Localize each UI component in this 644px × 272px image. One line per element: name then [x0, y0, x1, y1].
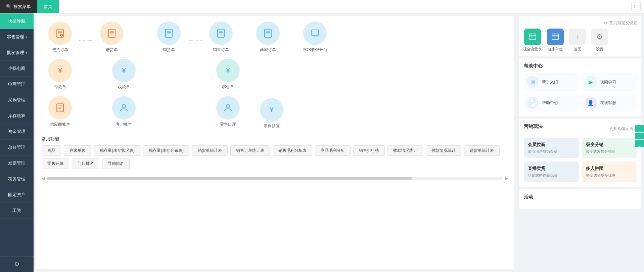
func-btn-goods-profit[interactable]: 商品毛利分析 — [315, 145, 351, 156]
sidebar-item-label: 税务管理 — [8, 176, 26, 182]
func-btn-store-rank[interactable]: 门店排名 — [72, 158, 99, 169]
sidebar-item-assets[interactable]: 固定资产 — [0, 187, 34, 203]
right-panel: ⚙ 首页自定义设置 现金流量表 往来单位 — [516, 13, 644, 272]
float-btn-hotline[interactable]: 客服热线 — [635, 125, 644, 132]
flow-node-sales-order[interactable]: 销售订单 — [202, 21, 239, 53]
svg-rect-11 — [166, 29, 172, 37]
sidebar-item-ecommerce[interactable]: 电商管理 — [0, 77, 34, 92]
service-icon: 👤 — [585, 97, 597, 109]
gear-icon: ⚙ — [14, 261, 19, 268]
payment-icon: ¥ — [48, 59, 72, 82]
sidebar-item-label: 采购管理 — [8, 97, 26, 103]
marketing-item-live[interactable]: 直播卖货 场景式购物新玩法 — [524, 162, 579, 182]
scroll-right-arrow[interactable]: ▶ — [505, 176, 508, 181]
flow-node-sales-slip[interactable]: 销货单 — [150, 21, 187, 53]
purchase-slip-label: 进货单 — [106, 47, 118, 53]
sidebar-item-wholesale[interactable]: 批发管理 ▾ — [0, 45, 34, 61]
flow-node-retail-out[interactable]: 零售出库 — [210, 96, 246, 127]
quick-icon-partners[interactable]: 往来单位 — [547, 29, 564, 52]
flow-node-pos[interactable]: POS收银开台 — [296, 21, 333, 53]
supplier-book-label: 供应商账本 — [50, 122, 70, 127]
help-item-beginner[interactable]: ✉ 新手入门 — [524, 73, 579, 91]
partners-label: 往来单位 — [548, 47, 563, 52]
sidebar-item-retail[interactable]: 零售管理 ▾ — [0, 29, 34, 45]
home-tab[interactable]: 首页 — [37, 0, 59, 13]
marketing-item-fission[interactable]: 裂变分销 裂变式发展分销商 — [582, 138, 637, 158]
flow-node-payment[interactable]: ¥ 付款单 — [42, 59, 79, 90]
sales-slip-icon — [157, 21, 181, 45]
retail-settle-icon: ¥ — [260, 98, 283, 122]
svg-rect-7 — [108, 29, 115, 37]
func-btn-purchase-stat[interactable]: 进货单统计表 — [464, 145, 500, 156]
customize-link[interactable]: ⚙ 首页自定义设置 — [604, 20, 637, 26]
horizontal-scrollbar: ◀ ▶ — [42, 176, 508, 181]
help-item-video[interactable]: ▶ 视频学习 — [582, 73, 637, 91]
help-item-help[interactable]: 📄 帮助中心 — [524, 94, 579, 111]
marketing-item-group[interactable]: 多人拼团 拼团购物享受优惠 — [582, 162, 637, 182]
flow-node-purchase-slip[interactable]: 进货单 — [93, 21, 130, 53]
func-btn-stock-dist[interactable]: 现存量(库存分布表) — [143, 145, 189, 156]
marketing-section: 营销玩法 更多营销玩法 > 会员拉新 吸引用户成为会员 裂变分销 裂变式发展分销… — [519, 119, 641, 187]
flow-node-purchase-order[interactable]: 进货订单 — [42, 21, 79, 53]
marketing-item-member[interactable]: 会员拉新 吸引用户成为会员 — [524, 138, 579, 158]
scroll-left-arrow[interactable]: ◀ — [42, 176, 45, 181]
sidebar-settings-btn[interactable]: ⚙ — [0, 256, 34, 272]
svg-rect-26 — [57, 104, 63, 112]
fullscreen-button[interactable]: ⛶ — [631, 2, 641, 11]
flow-node-receipt[interactable]: ¥ 收款单 — [105, 59, 142, 90]
search-menu-btn[interactable]: 🔍 搜索菜单 — [0, 0, 37, 13]
sidebar-item-quick-nav[interactable]: 快捷导航 — [0, 13, 34, 29]
none-icon-box: + — [569, 29, 586, 45]
common-functions-title: 常用功能 — [42, 136, 508, 142]
func-btn-receipt-stat[interactable]: 收款情况统计 — [387, 145, 423, 156]
sidebar-item-label: 固定资产 — [8, 192, 26, 198]
sidebar-item-tax[interactable]: 税务管理 — [0, 171, 34, 187]
sidebar-item-ledger[interactable]: 总账管理 — [0, 140, 34, 155]
quick-icons-section: ⚙ 首页自定义设置 现金流量表 往来单位 — [519, 16, 641, 56]
quick-icon-cashflow[interactable]: 现金流量表 — [523, 29, 542, 52]
func-btn-retail-order[interactable]: 零售开单 — [42, 158, 69, 169]
search-menu-label: 搜索菜单 — [13, 4, 31, 10]
scroll-track[interactable] — [47, 177, 503, 180]
flow-node-supplier-book[interactable]: 供应商账本 — [42, 96, 79, 127]
search-icon: 🔍 — [6, 4, 11, 9]
quick-icons-row: 现金流量表 往来单位 + 暂无 — [523, 29, 637, 52]
beginner-label: 新手入门 — [542, 79, 558, 85]
live-desc: 场景式购物新玩法 — [528, 173, 574, 178]
sidebar-item-label: 库存核算 — [8, 113, 26, 119]
sidebar-item-invoice[interactable]: 发票管理 — [0, 155, 34, 171]
func-btn-sales-rank[interactable]: 销售排行榜 — [353, 145, 385, 156]
sidebar-item-label: 批发管理 — [7, 50, 24, 56]
func-btn-sales-profit[interactable]: 销售毛利分析表 — [273, 145, 312, 156]
quick-icon-settings[interactable]: ⚙ 设置 — [591, 29, 608, 52]
flow-node-retail-order[interactable]: ¥ 零售单 — [210, 59, 246, 90]
svg-rect-23 — [311, 30, 319, 35]
arrow-down-retail-out: ↓ — [227, 91, 229, 96]
func-btn-partners[interactable]: 往来单位 — [64, 145, 91, 156]
sidebar-item-payroll[interactable]: 工资 — [0, 203, 34, 219]
marketing-grid: 会员拉新 吸引用户成为会员 裂变分销 裂变式发展分销商 直播卖货 场景式购物新玩… — [524, 138, 637, 182]
flow-node-mall-order[interactable]: 商城订单 — [249, 21, 286, 53]
float-btn-desktop[interactable]: 桌面快捷 — [635, 140, 644, 147]
sidebar-item-finance[interactable]: 资金管理 — [0, 124, 34, 140]
func-btn-payment-stat[interactable]: 付款情况统计 — [426, 145, 461, 156]
float-btn-community[interactable]: 服务社区 — [635, 133, 644, 139]
func-btn-goods[interactable]: 商品 — [42, 145, 61, 156]
sidebar-item-ecommerce-small[interactable]: 小畅电商 — [0, 61, 34, 77]
func-btn-guide-rank[interactable]: 导购排名 — [102, 158, 130, 169]
content-area: 进货订单 - - → 进货单 — [34, 13, 644, 272]
more-marketing-link[interactable]: 更多营销玩法 > — [609, 126, 637, 132]
retail-settle-label: 零售结算 — [264, 124, 280, 129]
func-btn-sales-stat[interactable]: 销货单统计表 — [192, 145, 228, 156]
sidebar-item-purchase[interactable]: 采购管理 — [0, 92, 34, 108]
sidebar-item-inventory[interactable]: 库存核算 — [0, 108, 34, 124]
payment-label: 付款单 — [54, 84, 66, 90]
arrow-down-supplier: ↓ — [59, 91, 61, 96]
sidebar: 快捷导航 零售管理 ▾ 批发管理 ▾ 小畅电商 电商管理 采购管理 库存核算 资… — [0, 13, 34, 272]
func-btn-sales-order-stat[interactable]: 销售订单统计表 — [230, 145, 270, 156]
func-btn-stock-status[interactable]: 现存量(库存状况表) — [94, 145, 140, 156]
flow-node-customer-book[interactable]: 客户账本 — [105, 96, 142, 127]
flow-node-retail-settle[interactable]: ¥ 零售结算 — [253, 98, 290, 129]
help-item-service[interactable]: 👤 在线客服 — [582, 94, 637, 111]
quick-icon-none[interactable]: + 暂无 — [569, 29, 586, 52]
